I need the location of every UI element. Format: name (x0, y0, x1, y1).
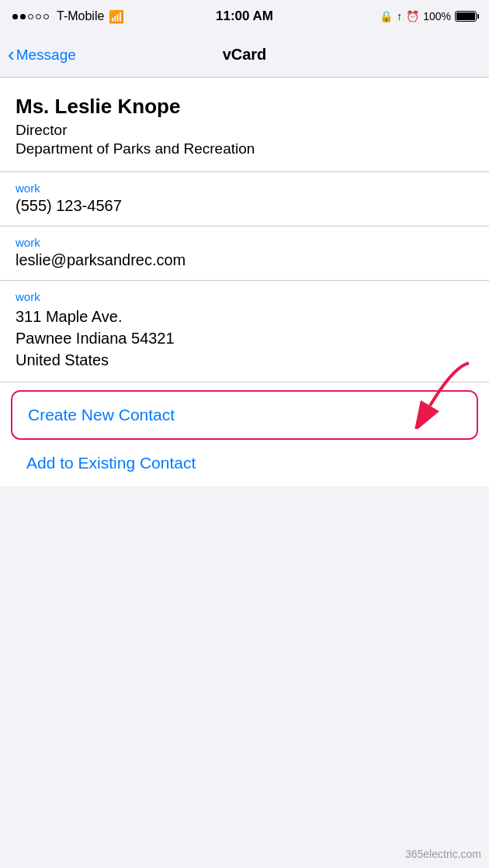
status-bar: T-Mobile 📶 11:00 AM 🔒 ↑ ⏰ 100% (0, 0, 489, 33)
email-label: work (16, 236, 473, 249)
navigation-bar: ‹ Message vCard (0, 33, 489, 78)
carrier-label: T-Mobile (57, 9, 104, 23)
page-title: vCard (223, 46, 267, 64)
contact-job-title: Director (16, 122, 473, 139)
signal-dot-4 (36, 14, 41, 19)
status-right: 🔒 ↑ ⏰ 100% (380, 10, 477, 22)
status-time: 11:00 AM (216, 9, 273, 24)
phone-label: work (16, 182, 473, 195)
add-existing-wrapper: Add to Existing Contact (0, 440, 489, 486)
signal-dot-5 (43, 14, 49, 19)
status-left: T-Mobile 📶 (12, 9, 124, 24)
chevron-left-icon: ‹ (8, 44, 15, 64)
address-row: work 311 Maple Ave. Pawnee Indiana 54321… (0, 281, 489, 382)
main-content: Ms. Leslie Knope Director Department of … (0, 78, 489, 486)
address-value: 311 Maple Ave. Pawnee Indiana 54321 Unit… (16, 306, 473, 371)
address-line-3: United States (16, 349, 473, 371)
watermark: 365electric.com (405, 848, 481, 860)
back-button[interactable]: ‹ Message (8, 46, 76, 64)
phone-row: work (555) 123-4567 (0, 172, 489, 227)
location-icon: ↑ (397, 10, 402, 22)
create-new-wrapper: Create New Contact (0, 382, 489, 440)
contact-header: Ms. Leslie Knope Director Department of … (0, 78, 489, 172)
battery-percent: 100% (423, 10, 451, 22)
phone-value[interactable]: (555) 123-4567 (16, 197, 473, 215)
address-label: work (16, 290, 473, 303)
signal-dot-2 (20, 14, 26, 19)
signal-icon (12, 14, 49, 19)
contact-org: Department of Parks and Recreation (16, 140, 473, 157)
battery-icon (455, 11, 477, 22)
add-to-existing-contact-button[interactable]: Add to Existing Contact (11, 440, 478, 486)
alarm-icon: ⏰ (406, 10, 419, 22)
signal-dot-3 (28, 14, 33, 19)
battery-fill (456, 12, 475, 20)
email-row: work leslie@parksandrec.com (0, 227, 489, 281)
back-label: Message (16, 47, 76, 64)
create-new-contact-button[interactable]: Create New Contact (11, 390, 478, 440)
wifi-icon: 📶 (109, 9, 124, 24)
email-value[interactable]: leslie@parksandrec.com (16, 251, 473, 269)
address-line-2: Pawnee Indiana 54321 (16, 327, 473, 349)
address-line-1: 311 Maple Ave. (16, 306, 473, 327)
lock-icon: 🔒 (380, 10, 393, 22)
contact-name: Ms. Leslie Knope (16, 95, 473, 119)
signal-dot-1 (12, 14, 18, 19)
